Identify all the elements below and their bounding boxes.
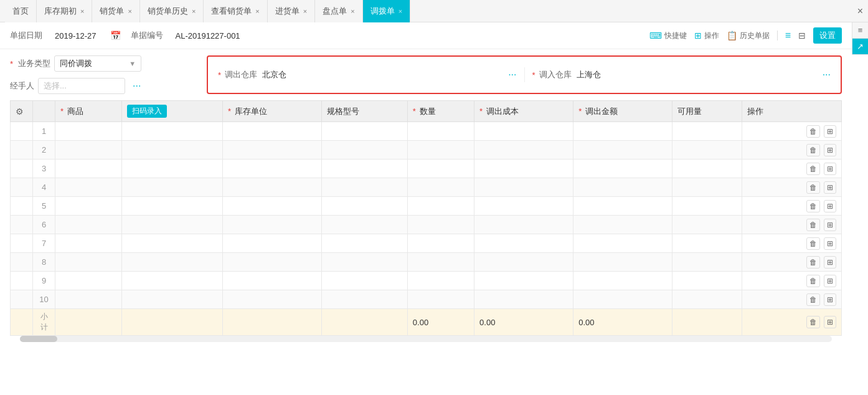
row-qty-cell[interactable] [407,253,474,272]
row-delete-button[interactable]: 🗑 [806,144,820,156]
row-qty-cell[interactable] [407,122,474,141]
row-product-cell[interactable] [55,216,122,234]
history-button[interactable]: 📋 历史单据 [727,31,770,41]
tab-view-sales[interactable]: 查看销货单 × [204,0,267,22]
row-product-cell[interactable] [55,197,122,216]
row-product-cell[interactable] [55,290,122,309]
row-out-cost-cell[interactable] [474,290,573,309]
row-delete-button[interactable]: 🗑 [806,200,820,212]
row-unit-cell[interactable] [222,159,321,178]
table-gear-icon[interactable]: ⚙ [16,107,24,117]
scan-button[interactable]: 扫码录入 [127,105,167,118]
row-qty-cell[interactable] [407,178,474,197]
row-qty-cell[interactable] [407,234,474,253]
row-unit-cell[interactable] [222,253,321,272]
row-spec-cell[interactable] [322,197,408,216]
tab-sales-order-close[interactable]: × [128,7,131,15]
row-product-cell[interactable] [55,141,122,159]
row-delete-button[interactable]: 🗑 [806,125,820,138]
row-qty-cell[interactable] [407,290,474,309]
window-close-button[interactable]: × [857,6,863,17]
row-delete-button[interactable]: 🗑 [806,316,820,328]
row-out-cost-cell[interactable] [474,272,573,290]
row-copy-button[interactable]: ⊞ [824,316,836,328]
tab-inventory-init[interactable]: 库存期初 × [37,0,92,22]
row-unit-cell[interactable] [222,272,321,290]
row-delete-button[interactable]: 🗑 [806,181,820,194]
row-delete-button[interactable]: 🗑 [806,237,820,250]
row-copy-button[interactable]: ⊞ [824,293,836,306]
row-product-cell[interactable] [55,122,122,141]
row-copy-button[interactable]: ⊞ [824,200,836,212]
row-product-cell[interactable] [55,253,122,272]
row-product-cell[interactable] [55,159,122,178]
row-copy-button[interactable]: ⊞ [824,125,836,138]
row-copy-button[interactable]: ⊞ [824,275,836,287]
row-spec-cell[interactable] [322,141,408,159]
tab-inventory-check[interactable]: 盘点单 × [315,0,362,22]
row-out-cost-cell[interactable] [474,234,573,253]
row-qty-cell[interactable] [407,272,474,290]
row-out-amount-cell[interactable] [573,178,672,197]
row-unit-cell[interactable] [222,178,321,197]
sidebar-list-icon[interactable]: ≡ [852,22,869,39]
in-warehouse-more-icon[interactable]: ··· [823,69,831,80]
row-out-amount-cell[interactable] [573,197,672,216]
sidebar-external-icon[interactable]: ↗ [852,39,869,55]
row-unit-cell[interactable] [222,122,321,141]
horizontal-scrollbar[interactable] [20,336,832,342]
row-qty-cell[interactable] [407,141,474,159]
out-warehouse-more-icon[interactable]: ··· [508,69,516,80]
tab-purchase-order-close[interactable]: × [303,7,307,15]
row-copy-button[interactable]: ⊞ [824,256,836,269]
row-out-cost-cell[interactable] [474,197,573,216]
row-delete-button[interactable]: 🗑 [806,219,820,231]
calendar-icon[interactable]: 📅 [110,31,121,40]
tab-sales-history[interactable]: 销货单历史 × [140,0,204,22]
row-unit-cell[interactable] [222,216,321,234]
row-spec-cell[interactable] [322,234,408,253]
row-copy-button[interactable]: ⊞ [824,144,836,156]
row-out-amount-cell[interactable] [573,216,672,234]
row-unit-cell[interactable] [222,290,321,309]
row-delete-button[interactable]: 🗑 [806,293,820,306]
tab-transfer-order-close[interactable]: × [399,7,402,15]
scrollbar-thumb[interactable] [20,336,57,342]
row-out-amount-cell[interactable] [573,234,672,253]
row-delete-button[interactable]: 🗑 [806,163,820,175]
row-spec-cell[interactable] [322,122,408,141]
row-delete-button[interactable]: 🗑 [806,256,820,269]
row-out-cost-cell[interactable] [474,253,573,272]
row-spec-cell[interactable] [322,178,408,197]
operate-button[interactable]: ⊞ 操作 [694,31,719,41]
tab-view-sales-close[interactable]: × [255,7,259,15]
settings-button[interactable]: 设置 [813,27,842,44]
row-out-cost-cell[interactable] [474,159,573,178]
row-spec-cell[interactable] [322,216,408,234]
row-product-cell[interactable] [55,178,122,197]
row-product-cell[interactable] [55,234,122,253]
handler-more-icon[interactable]: ··· [133,80,141,92]
row-delete-button[interactable]: 🗑 [806,275,820,287]
view-toggle-list[interactable]: ≡ [785,30,791,41]
row-copy-button[interactable]: ⊞ [824,237,836,250]
row-copy-button[interactable]: ⊞ [824,219,836,231]
row-out-cost-cell[interactable] [474,216,573,234]
tab-inventory-check-close[interactable]: × [351,7,354,15]
tab-home[interactable]: 首页 [5,0,37,22]
row-out-cost-cell[interactable] [474,122,573,141]
tab-transfer-order[interactable]: 调拨单 × [363,0,410,22]
row-out-cost-cell[interactable] [474,141,573,159]
row-out-amount-cell[interactable] [573,253,672,272]
shortcut-button[interactable]: ⌨ 快捷键 [649,31,687,41]
tab-inventory-init-close[interactable]: × [80,7,84,15]
row-copy-button[interactable]: ⊞ [824,181,836,194]
row-unit-cell[interactable] [222,141,321,159]
handler-select[interactable]: 选择... [38,78,125,94]
tab-sales-order[interactable]: 销货单 × [92,0,139,22]
row-product-cell[interactable] [55,272,122,290]
row-unit-cell[interactable] [222,234,321,253]
row-spec-cell[interactable] [322,290,408,309]
row-spec-cell[interactable] [322,272,408,290]
row-qty-cell[interactable] [407,159,474,178]
